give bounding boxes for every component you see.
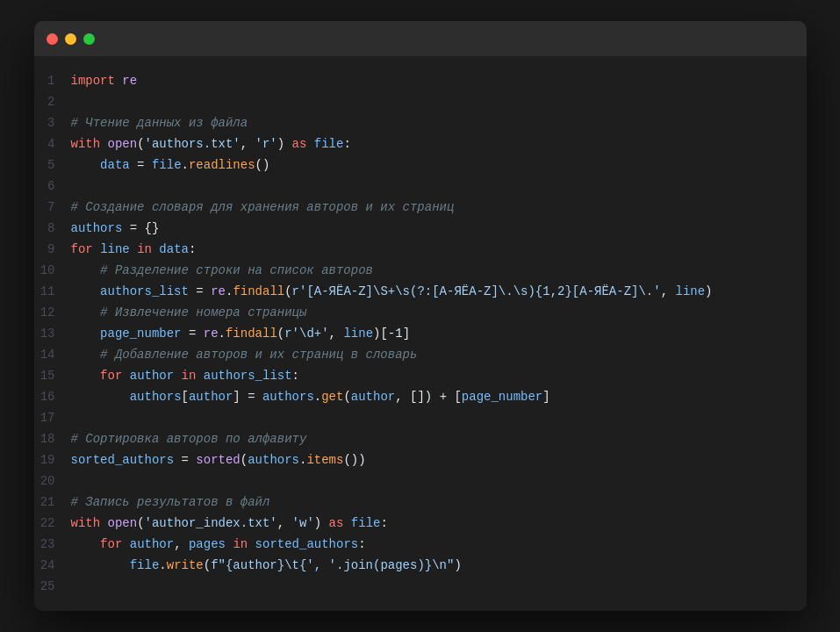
line-number: 14: [34, 348, 71, 362]
token-plain: (: [137, 134, 144, 154]
token-plain: :: [358, 535, 365, 554]
token-cm: # Запись результатов в файл: [71, 492, 270, 512]
token-kw: in: [182, 366, 197, 385]
token-var: page_number: [100, 324, 181, 343]
token-plain: (: [277, 324, 284, 343]
token-plain: ()): [343, 450, 365, 470]
token-method: write: [167, 556, 204, 575]
token-plain: ): [705, 282, 712, 301]
line-number: 9: [34, 242, 71, 256]
token-kw: for: [100, 535, 122, 554]
token-plain: ,: [661, 282, 676, 301]
token-method: get: [321, 387, 343, 406]
token-kw: import: [71, 71, 115, 90]
token-plain: [130, 240, 137, 259]
token-plain: )[-1]: [373, 324, 410, 343]
token-plain: [306, 134, 313, 154]
token-cm: # Создание словаря для хранения авторов …: [71, 198, 455, 217]
token-var: authors_list: [204, 366, 292, 385]
token-plain: [152, 240, 159, 259]
token-str: 'authors.txt': [145, 134, 241, 154]
code-line: 8authors = {}: [34, 218, 807, 239]
line-number: 3: [34, 116, 71, 130]
token-plain: [71, 535, 101, 554]
line-number: 10: [34, 263, 71, 277]
token-plain: =: [122, 219, 144, 238]
token-plain: [71, 155, 101, 175]
close-button[interactable]: [47, 33, 58, 45]
code-line: 22with open('author_index.txt', 'w') as …: [34, 513, 807, 534]
token-plain: (: [343, 387, 350, 406]
token-cm: # Добавление авторов и их страниц в слов…: [100, 345, 417, 364]
line-number: 20: [34, 474, 71, 488]
code-area: 1import re2 3# Чтение данных из файла4wi…: [34, 56, 807, 611]
token-kw: in: [137, 240, 152, 259]
token-kw: with: [71, 514, 101, 533]
token-plain: [196, 366, 203, 385]
token-kw: for: [71, 240, 93, 259]
token-var: data: [159, 240, 189, 259]
token-kw: with: [71, 134, 101, 154]
token-brk: {}: [145, 219, 160, 238]
code-window: 1import re2 3# Чтение данных из файла4wi…: [34, 21, 807, 611]
token-plain: [122, 535, 129, 554]
token-cm: # Разделение строки на список авторов: [100, 261, 373, 280]
token-plain: , []) + [: [395, 387, 462, 406]
token-var: sorted_authors: [255, 535, 359, 554]
code-line: 24 file.write(f"{author}\t{', '.join(pag…: [34, 555, 807, 576]
token-var: line: [343, 324, 373, 343]
line-number: 11: [34, 284, 71, 298]
line-number: 6: [34, 179, 71, 193]
token-var: author: [130, 366, 174, 385]
token-plain: :: [380, 514, 387, 533]
token-plain: (: [241, 450, 248, 470]
line-number: 18: [34, 432, 71, 446]
token-str: 'w': [292, 514, 314, 533]
token-plain: [71, 345, 101, 364]
token-regex: r'\d+': [284, 324, 328, 343]
token-var: authors: [248, 450, 299, 470]
line-number: 13: [34, 327, 71, 341]
token-plain: ): [277, 134, 292, 154]
token-var: author: [351, 387, 395, 406]
token-plain: ] =: [233, 387, 262, 406]
token-fn: open: [108, 514, 138, 533]
line-number: 23: [34, 537, 71, 551]
token-kw: in: [233, 535, 248, 554]
token-fn: open: [108, 134, 138, 154]
token-var: author: [130, 535, 174, 554]
code-line: 1import re: [34, 70, 807, 91]
code-line: 10 # Разделение строки на список авторов: [34, 260, 807, 281]
titlebar: [34, 21, 807, 56]
token-var: file: [314, 134, 344, 154]
token-method: items: [306, 450, 343, 470]
token-plain: =: [130, 155, 152, 175]
code-line: 17: [34, 407, 807, 428]
line-number: 2: [34, 95, 71, 109]
code-line: 16 authors[author] = authors.get(author,…: [34, 386, 807, 407]
minimize-button[interactable]: [65, 33, 76, 45]
token-cm: # Извлечение номера страницы: [100, 303, 306, 322]
token-plain: =: [174, 450, 196, 470]
token-plain: [100, 514, 107, 533]
token-plain: (: [204, 556, 211, 575]
token-plain: .: [219, 324, 226, 343]
token-plain: .: [226, 282, 233, 301]
token-re-mod: re: [122, 71, 137, 90]
code-line: 20: [34, 470, 807, 492]
token-cm: # Сортировка авторов по алфавиту: [71, 429, 307, 449]
line-number: 7: [34, 200, 71, 214]
token-plain: [226, 535, 233, 554]
code-line: 21# Запись результатов в файл: [34, 492, 807, 513]
token-var: authors: [71, 219, 123, 238]
token-plain: .: [182, 155, 189, 175]
maximize-button[interactable]: [83, 33, 95, 45]
code-line: 13 page_number = re.findall(r'\d+', line…: [34, 323, 807, 344]
token-plain: ]: [542, 387, 549, 406]
token-kw: as: [329, 514, 344, 533]
token-plain: [93, 240, 100, 259]
code-line: 2: [34, 91, 807, 112]
line-number: 16: [34, 390, 71, 404]
token-plain: [71, 366, 101, 385]
token-var: data: [100, 155, 130, 175]
